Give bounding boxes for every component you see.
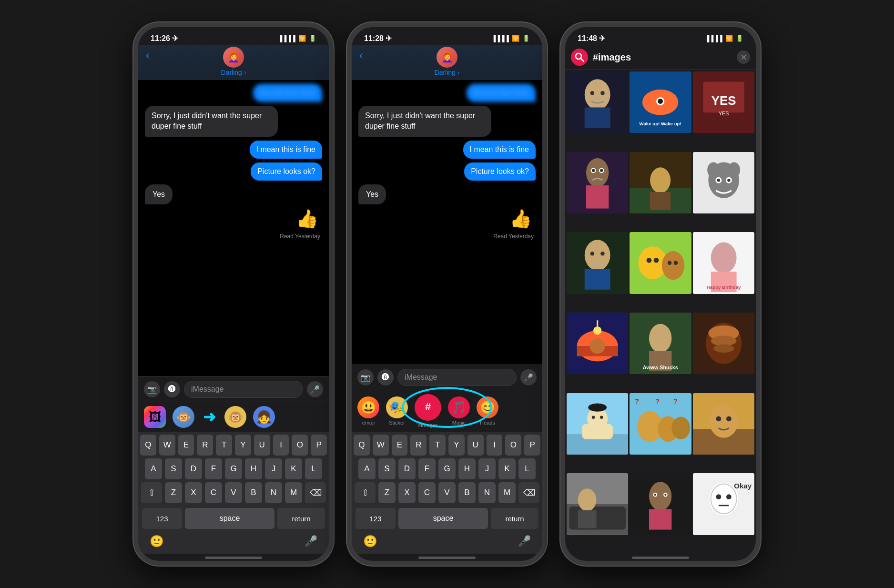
key-f-2[interactable]: F (418, 458, 436, 479)
space-key-2[interactable]: space (398, 508, 488, 529)
gif-item-12[interactable] (693, 313, 754, 374)
key-k-2[interactable]: K (498, 458, 516, 479)
key-g-2[interactable]: G (438, 458, 456, 479)
shift-key-1[interactable]: ⇧ (141, 482, 162, 503)
key-r-2[interactable]: R (410, 435, 427, 456)
gif-item-14[interactable]: ? ? ? (630, 393, 691, 455)
gif-item-17[interactable] (630, 473, 691, 535)
gif-item-16[interactable] (567, 473, 628, 535)
key-h-2[interactable]: H (458, 458, 476, 479)
space-key-1[interactable]: space (185, 508, 274, 529)
gif-item-15[interactable] (693, 393, 754, 455)
key-i-1[interactable]: I (273, 435, 289, 456)
emoji-key-1[interactable]: 🙂 (150, 535, 164, 548)
stickers-app-item-2[interactable]: 🎭 Sticker (386, 396, 408, 426)
girl-app-icon-1[interactable]: 👧 (253, 406, 275, 428)
return-key-2[interactable]: return (491, 508, 538, 529)
heads-app-item-2[interactable]: 😊 Heads (477, 396, 498, 426)
back-button-1[interactable]: ‹ (146, 49, 150, 62)
key-z-1[interactable]: Z (165, 482, 182, 503)
key-n-1[interactable]: N (265, 482, 282, 503)
contact-avatar-1[interactable]: 👩‍🦰 (223, 47, 244, 68)
message-input-2[interactable]: iMessage (397, 369, 517, 386)
gif-item-18[interactable]: Okay (693, 473, 754, 535)
return-key-1[interactable]: return (277, 508, 325, 529)
key-l-2[interactable]: L (518, 458, 536, 479)
back-button-2[interactable]: ‹ (359, 49, 363, 62)
memoji-app-icon-1[interactable]: 🐵 (173, 406, 194, 428)
key-x-2[interactable]: X (398, 482, 416, 503)
hashtag-app-item-2[interactable]: # #images (415, 394, 441, 428)
gif-item-6[interactable] (693, 152, 754, 213)
numbers-key-2[interactable]: 123 (356, 508, 396, 529)
key-e-2[interactable]: E (392, 435, 408, 456)
key-a-1[interactable]: A (145, 458, 162, 479)
gif-close-button[interactable]: ✕ (737, 51, 750, 64)
key-d-2[interactable]: D (398, 458, 416, 479)
key-e-1[interactable]: E (178, 435, 194, 456)
key-m-2[interactable]: M (498, 482, 516, 503)
numbers-key-1[interactable]: 123 (142, 508, 182, 529)
appstore-button-2[interactable]: 🅐 (377, 369, 394, 385)
delete-key-2[interactable]: ⌫ (518, 482, 539, 503)
key-k-1[interactable]: K (285, 458, 302, 479)
key-o-2[interactable]: O (505, 435, 521, 456)
key-g-1[interactable]: G (225, 458, 242, 479)
key-m-1[interactable]: M (285, 482, 302, 503)
key-v-1[interactable]: V (225, 482, 242, 503)
gif-item-10[interactable] (567, 313, 628, 374)
key-v-2[interactable]: V (438, 482, 456, 503)
key-p-2[interactable]: P (524, 435, 540, 456)
music-app-item-2[interactable]: 🎵 Music (448, 396, 470, 426)
mic-key-2[interactable]: 🎤 (518, 535, 531, 547)
appstore-button-1[interactable]: 🅐 (164, 381, 180, 397)
monkey-app-icon-1[interactable]: 🐵 (224, 406, 246, 428)
contact-avatar-2[interactable]: 👩‍🦰 (437, 47, 457, 68)
key-t-1[interactable]: T (216, 435, 232, 456)
gif-item-4[interactable] (567, 152, 628, 213)
gif-item-8[interactable] (630, 232, 691, 294)
key-q-1[interactable]: Q (140, 435, 156, 456)
key-d-1[interactable]: D (185, 458, 202, 479)
key-i-2[interactable]: I (487, 435, 503, 456)
key-q-2[interactable]: Q (354, 435, 370, 456)
emoji-key-2[interactable]: 🙂 (363, 535, 377, 548)
contact-name-1[interactable]: Darling (221, 69, 246, 76)
key-u-1[interactable]: U (254, 435, 270, 456)
emoji-app-item-2[interactable]: 😃 emoji (357, 396, 379, 426)
gif-item-11[interactable]: Awww Shucks (630, 313, 691, 374)
key-y-2[interactable]: Y (448, 435, 465, 456)
audio-button-1[interactable]: 🎤 (307, 381, 323, 397)
gif-item-1[interactable] (567, 71, 628, 133)
key-x-1[interactable]: X (185, 482, 202, 503)
key-n-2[interactable]: N (478, 482, 496, 503)
key-u-2[interactable]: U (467, 435, 484, 456)
camera-button-2[interactable]: 📷 (357, 369, 374, 385)
key-r-1[interactable]: R (197, 435, 213, 456)
camera-button-1[interactable]: 📷 (144, 381, 160, 397)
key-y-1[interactable]: Y (235, 435, 251, 456)
contact-name-2[interactable]: Darling (435, 69, 460, 76)
mic-key-1[interactable]: 🎤 (305, 535, 317, 547)
key-t-2[interactable]: T (429, 435, 446, 456)
shift-key-2[interactable]: ⇧ (355, 482, 376, 503)
key-b-1[interactable]: B (245, 482, 262, 503)
gif-item-5[interactable] (630, 152, 691, 213)
key-w-2[interactable]: W (373, 435, 389, 456)
key-b-2[interactable]: B (458, 482, 476, 503)
key-p-1[interactable]: P (311, 435, 327, 456)
key-c-1[interactable]: C (205, 482, 222, 503)
key-s-2[interactable]: S (378, 458, 396, 479)
gif-item-9[interactable]: Happy Birthday (693, 232, 754, 294)
key-s-1[interactable]: S (165, 458, 182, 479)
key-j-2[interactable]: J (478, 458, 496, 479)
message-input-1[interactable]: iMessage (184, 381, 303, 398)
gif-item-2[interactable]: Wake up! Wake up! (630, 71, 691, 133)
key-z-2[interactable]: Z (378, 482, 396, 503)
gif-item-7[interactable] (567, 232, 628, 294)
key-j-1[interactable]: J (265, 458, 282, 479)
key-l-1[interactable]: L (305, 458, 322, 479)
gif-item-3[interactable]: YES YES (693, 71, 754, 133)
key-f-1[interactable]: F (205, 458, 222, 479)
delete-key-1[interactable]: ⌫ (305, 482, 326, 503)
